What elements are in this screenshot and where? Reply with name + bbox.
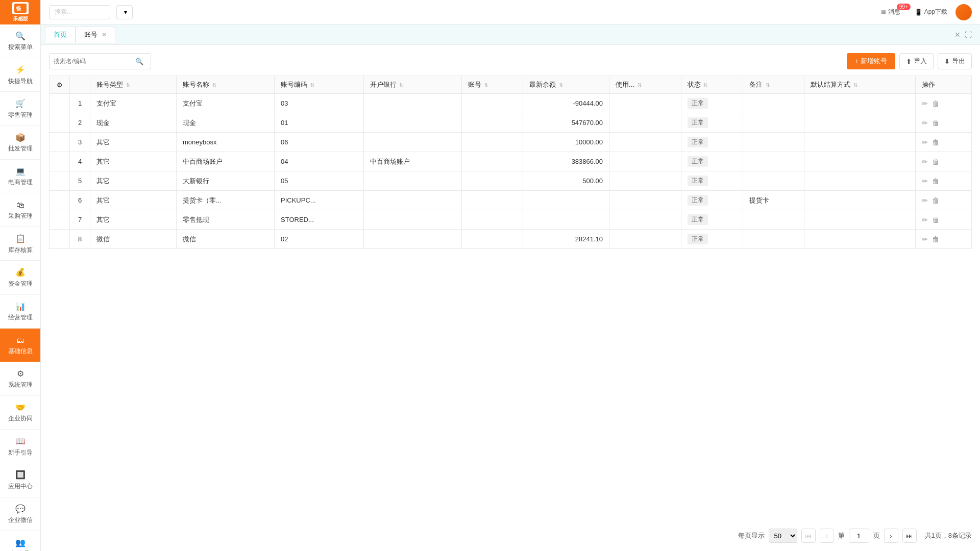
edit-icon[interactable]: ✏ bbox=[922, 177, 928, 185]
search-input[interactable] bbox=[54, 58, 135, 65]
cell-settlement bbox=[804, 210, 915, 230]
delete-icon[interactable]: 🗑 bbox=[932, 177, 939, 185]
cell-note bbox=[743, 171, 804, 191]
col-bank[interactable]: 开户银行 ⇅ bbox=[363, 76, 461, 94]
cell-status: 正常 bbox=[681, 94, 743, 113]
top-search-box[interactable]: 搜索... bbox=[49, 5, 110, 19]
page-size-select[interactable]: 50 10 20 100 bbox=[769, 529, 797, 543]
search-icon[interactable]: 🔍 bbox=[135, 58, 143, 65]
cell-balance: -90444.00 bbox=[523, 94, 609, 113]
edit-icon[interactable]: ✏ bbox=[922, 235, 928, 243]
new-guide-icon: 📖 bbox=[15, 436, 26, 447]
sidebar-item-quick-nav[interactable]: ⚡ 快捷导航 bbox=[0, 58, 40, 92]
page-first-button[interactable]: ⏮ bbox=[801, 529, 816, 543]
cell-name: 中百商场账户 bbox=[176, 152, 274, 171]
sidebar-item-search-menu[interactable]: 🔍 搜索菜单 bbox=[0, 24, 40, 58]
delete-icon[interactable]: 🗑 bbox=[932, 158, 939, 166]
sort-balance-icon: ⇅ bbox=[559, 82, 563, 88]
add-account-button[interactable]: + 新增账号 bbox=[847, 53, 895, 69]
sidebar-item-new-guide[interactable]: 📖 新手引导 bbox=[0, 430, 40, 463]
app-download-button[interactable]: 📱 App下载 bbox=[915, 8, 947, 16]
col-code[interactable]: 账号编码 ⇅ bbox=[275, 76, 364, 94]
sidebar-item-app-center[interactable]: 🔲 应用中心 bbox=[0, 463, 40, 497]
cell-status: 正常 bbox=[681, 152, 743, 171]
sidebar-item-label-search-menu: 搜索菜单 bbox=[8, 43, 33, 52]
col-note[interactable]: 备注 ⇅ bbox=[743, 76, 804, 94]
sidebar-item-basic-info[interactable]: 🗂 基础信息 bbox=[0, 329, 40, 362]
import-button[interactable]: ⬆ 导入 bbox=[899, 53, 934, 69]
sidebar-item-enterprise-agreement[interactable]: 🤝 企业协同 bbox=[0, 396, 40, 430]
edit-icon[interactable]: ✏ bbox=[922, 138, 928, 146]
col-usage-label: 使用... bbox=[616, 81, 634, 88]
col-status[interactable]: 状态 ⇅ bbox=[681, 76, 743, 94]
tab-expand-icon[interactable]: ⛶ bbox=[965, 31, 972, 39]
sidebar-item-ecommerce-mgmt[interactable]: 💻 电商管理 bbox=[0, 160, 40, 193]
cell-account bbox=[461, 113, 523, 133]
header-dropdown[interactable]: ▾ bbox=[116, 5, 133, 19]
message-button[interactable]: ✉ 消息 99+ bbox=[881, 8, 906, 16]
cell-usage bbox=[609, 191, 681, 210]
sidebar-item-operations-mgmt[interactable]: 📊 经营管理 bbox=[0, 295, 40, 329]
cell-num: 7 bbox=[70, 210, 90, 230]
cell-type: 其它 bbox=[90, 210, 177, 230]
col-account-label: 账号 bbox=[468, 81, 481, 88]
sidebar-item-finance-mgmt[interactable]: 💰 资金管理 bbox=[0, 261, 40, 294]
page-last-button[interactable]: ⏭ bbox=[902, 529, 917, 543]
delete-icon[interactable]: 🗑 bbox=[932, 119, 939, 127]
finance-mgmt-icon: 💰 bbox=[15, 267, 26, 278]
page-next-button[interactable]: › bbox=[884, 529, 898, 543]
tab-accounts[interactable]: 账号 ✕ bbox=[76, 27, 115, 43]
edit-icon[interactable]: ✏ bbox=[922, 158, 928, 166]
page-prev-button[interactable]: ‹ bbox=[820, 529, 834, 543]
col-balance[interactable]: 最新余额 ⇅ bbox=[523, 76, 609, 94]
edit-icon[interactable]: ✏ bbox=[922, 216, 928, 224]
cell-settings bbox=[50, 230, 70, 249]
edit-icon[interactable]: ✏ bbox=[922, 119, 928, 127]
tab-close-action-icon[interactable]: ✕ bbox=[954, 31, 961, 39]
sidebar-item-member[interactable]: 👥 畅会员 bbox=[0, 531, 40, 551]
basic-info-icon: 🗂 bbox=[16, 335, 24, 346]
col-account[interactable]: 账号 ⇅ bbox=[461, 76, 523, 94]
delete-icon[interactable]: 🗑 bbox=[932, 196, 939, 205]
sidebar-item-retail-mgmt[interactable]: 🛒 零售管理 bbox=[0, 92, 40, 126]
cell-action: ✏ 🗑 bbox=[915, 113, 971, 133]
sidebar-item-system-mgmt[interactable]: ⚙ 系统管理 bbox=[0, 362, 40, 396]
cell-type: 其它 bbox=[90, 191, 177, 210]
sort-code-icon: ⇅ bbox=[310, 82, 314, 88]
delete-icon[interactable]: 🗑 bbox=[932, 138, 939, 146]
col-type[interactable]: 账号类型 ⇅ bbox=[90, 76, 177, 94]
sidebar-item-inventory[interactable]: 📋 库存核算 bbox=[0, 227, 40, 261]
status-badge: 正常 bbox=[688, 117, 708, 128]
svg-text:畅: 畅 bbox=[16, 6, 21, 11]
delete-icon[interactable]: 🗑 bbox=[932, 216, 939, 224]
sidebar-item-purchase-mgmt[interactable]: 🛍 采购管理 bbox=[0, 193, 40, 227]
export-button[interactable]: ⬇ 导出 bbox=[938, 53, 972, 69]
sidebar-item-enterprise-wechat[interactable]: 💬 企业微信 bbox=[0, 497, 40, 531]
tab-close-icon[interactable]: ✕ bbox=[102, 31, 107, 38]
sidebar-item-label-quick-nav: 快捷导航 bbox=[8, 77, 33, 86]
tab-home[interactable]: 首页 bbox=[45, 27, 76, 43]
col-num bbox=[70, 76, 90, 94]
sidebar-item-label-new-guide: 新手引导 bbox=[8, 448, 33, 457]
sort-account-icon: ⇅ bbox=[484, 82, 488, 88]
table-row: 4 其它 中百商场账户 04 中百商场账户 383866.00 正常 ✏ 🗑 bbox=[50, 152, 972, 171]
cell-settings bbox=[50, 210, 70, 230]
pagination-bar: 每页显示 50 10 20 100 ⏮ ‹ 第 页 › ⏭ 共1页，8条记录 bbox=[49, 522, 972, 543]
page-input[interactable] bbox=[849, 529, 869, 543]
sidebar-item-wholesale-mgmt[interactable]: 📦 批发管理 bbox=[0, 126, 40, 160]
user-avatar[interactable] bbox=[955, 4, 972, 20]
cell-bank bbox=[363, 171, 461, 191]
col-name[interactable]: 账号名称 ⇅ bbox=[176, 76, 274, 94]
delete-icon[interactable]: 🗑 bbox=[932, 235, 939, 243]
cell-account bbox=[461, 191, 523, 210]
edit-icon[interactable]: ✏ bbox=[922, 196, 928, 205]
col-settlement[interactable]: 默认结算方式 ⇅ bbox=[804, 76, 915, 94]
accounts-table: ⚙ 账号类型 ⇅ 账号名称 ⇅ 账号编码 ⇅ bbox=[49, 76, 972, 249]
search-box[interactable]: 🔍 bbox=[49, 53, 151, 69]
edit-icon[interactable]: ✏ bbox=[922, 99, 928, 108]
col-usage[interactable]: 使用... ⇅ bbox=[609, 76, 681, 94]
table-row: 6 其它 提货卡（零... PICKUPC... 正常 提货卡 ✏ 🗑 bbox=[50, 191, 972, 210]
col-settings[interactable]: ⚙ bbox=[50, 76, 70, 94]
delete-icon[interactable]: 🗑 bbox=[932, 99, 939, 108]
page-size-label: 每页显示 bbox=[738, 531, 765, 540]
